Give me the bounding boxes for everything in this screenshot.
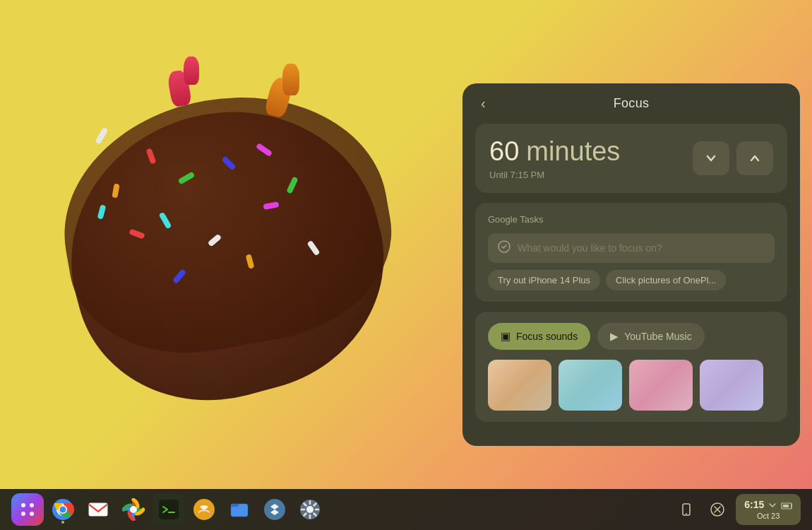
taskbar: 6:15 Oct 23 (0, 489, 812, 530)
task-chip-2[interactable]: Click pictures of OnePl... (606, 270, 726, 290)
minutes-display: 60 minutes Until 7:15 PM (489, 136, 620, 180)
minutes-label: minutes (526, 136, 620, 167)
files-button[interactable] (223, 493, 256, 526)
focus-header: ‹ Focus (462, 83, 800, 121)
svg-point-16 (264, 499, 285, 520)
sound-thumb-2[interactable] (559, 360, 622, 411)
phone-icon[interactable] (674, 497, 699, 522)
background-image (0, 0, 459, 488)
terminal-button[interactable] (153, 493, 185, 526)
task-chips-container: Try out iPhone 14 Plus Click pictures of… (488, 270, 775, 290)
sound-thumb-4[interactable] (700, 360, 763, 411)
dropbox-button[interactable] (258, 493, 291, 526)
youtube-music-icon: ▶ (610, 330, 619, 343)
datetime-button[interactable]: 6:15 Oct 23 (736, 494, 801, 525)
until-text: Until 7:15 PM (489, 170, 620, 180)
youtube-music-label: YouTube Music (624, 331, 691, 342)
svg-point-20 (686, 513, 687, 514)
focus-sounds-icon: ▣ (501, 330, 511, 343)
back-button[interactable]: ‹ (475, 93, 491, 114)
tasks-input-wrapper[interactable]: What would you like to focus on? (488, 233, 775, 263)
minutes-section: 60 minutes Until 7:15 PM (475, 124, 787, 193)
launcher-button[interactable] (11, 493, 44, 526)
photos-button[interactable] (117, 493, 150, 526)
mute-icon[interactable] (705, 497, 730, 522)
stepper-controls (693, 141, 773, 175)
system-tray: 6:15 Oct 23 (674, 494, 801, 525)
svg-point-2 (30, 503, 34, 507)
decrease-button[interactable] (693, 141, 729, 175)
svg-point-18 (306, 506, 314, 513)
onetab-button[interactable] (188, 493, 220, 526)
chrome-indicator (61, 521, 64, 524)
svg-point-8 (60, 507, 66, 513)
focus-sounds-label: Focus sounds (516, 331, 578, 342)
svg-point-3 (21, 512, 25, 516)
svg-point-4 (30, 512, 34, 516)
minutes-number: 60 (489, 136, 519, 167)
task-chip-1[interactable]: Try out iPhone 14 Plus (488, 270, 600, 290)
increase-button[interactable] (736, 141, 773, 175)
tasks-label: Google Tasks (488, 214, 775, 225)
sound-thumb-1[interactable] (488, 360, 551, 411)
svg-point-1 (21, 503, 25, 507)
svg-point-11 (130, 506, 137, 513)
clock-date: Oct 23 (757, 511, 780, 521)
gmail-button[interactable] (82, 493, 114, 526)
chrome-button[interactable] (47, 493, 79, 526)
task-check-icon (498, 240, 511, 256)
tasks-section: Google Tasks What would you like to focu… (475, 203, 787, 302)
youtube-music-button[interactable]: ▶ YouTube Music (597, 323, 704, 350)
sound-thumb-3[interactable] (629, 360, 693, 411)
focus-panel: ‹ Focus 60 minutes Until 7:15 PM (462, 83, 800, 446)
taskbar-apps (11, 493, 674, 526)
music-section: ▣ Focus sounds ▶ YouTube Music (475, 312, 787, 422)
clock-time: 6:15 (744, 498, 792, 511)
sound-thumbnails (488, 360, 775, 411)
svg-rect-12 (159, 500, 179, 519)
settings-button[interactable] (294, 493, 326, 526)
focus-sounds-button[interactable]: ▣ Focus sounds (488, 323, 590, 350)
music-buttons: ▣ Focus sounds ▶ YouTube Music (488, 323, 775, 350)
tasks-placeholder: What would you like to focus on? (518, 242, 662, 254)
panel-title: Focus (614, 96, 650, 111)
svg-rect-23 (783, 505, 789, 507)
